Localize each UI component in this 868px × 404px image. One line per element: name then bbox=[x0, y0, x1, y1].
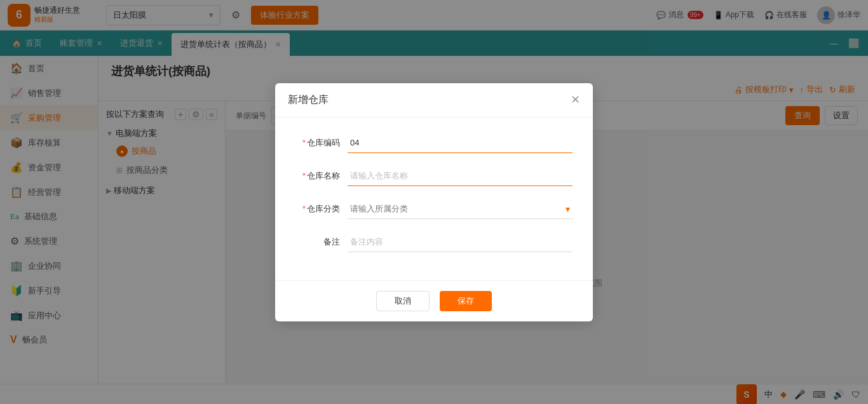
category-select-wrapper: ▾ bbox=[348, 199, 573, 219]
save-button[interactable]: 保存 bbox=[440, 291, 492, 311]
modal-close-icon[interactable]: ✕ bbox=[571, 94, 580, 105]
name-input[interactable] bbox=[348, 166, 573, 186]
code-label: 仓库编码 bbox=[295, 137, 340, 149]
name-label: 仓库名称 bbox=[295, 170, 340, 182]
category-input[interactable] bbox=[348, 199, 573, 219]
code-input[interactable] bbox=[348, 133, 573, 153]
modal-body: 仓库编码 仓库名称 仓库分类 ▾ 备注 bbox=[275, 118, 593, 280]
remark-label: 备注 bbox=[295, 236, 340, 248]
category-label: 仓库分类 bbox=[295, 203, 340, 215]
modal-title: 新增仓库 bbox=[288, 93, 329, 107]
form-row-name: 仓库名称 bbox=[295, 166, 573, 186]
form-row-category: 仓库分类 ▾ bbox=[295, 199, 573, 219]
new-warehouse-modal: 新增仓库 ✕ 仓库编码 仓库名称 仓库分类 ▾ bbox=[275, 83, 593, 321]
modal-header: 新增仓库 ✕ bbox=[275, 83, 593, 118]
modal-overlay: 新增仓库 ✕ 仓库编码 仓库名称 仓库分类 ▾ bbox=[0, 0, 868, 404]
modal-footer: 取消 保存 bbox=[275, 280, 593, 321]
form-row-remark: 备注 bbox=[295, 232, 573, 252]
form-row-code: 仓库编码 bbox=[295, 133, 573, 153]
cancel-button[interactable]: 取消 bbox=[376, 291, 430, 311]
remark-input[interactable] bbox=[348, 232, 573, 252]
